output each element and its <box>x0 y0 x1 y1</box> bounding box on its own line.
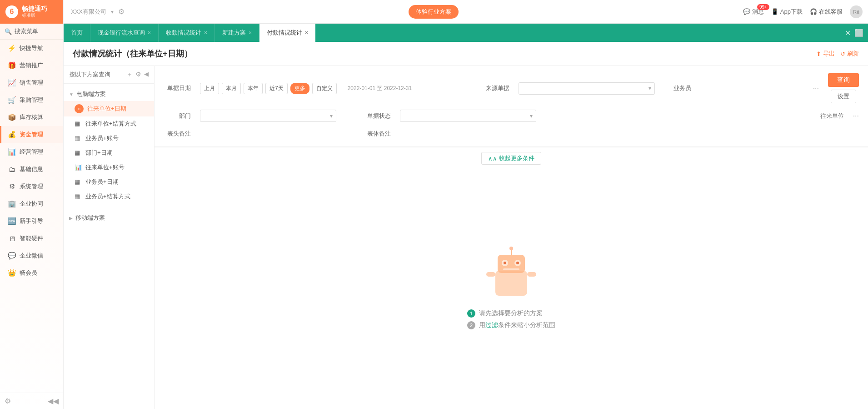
plan-icon-2: ▦ <box>75 135 82 142</box>
staff-more-button[interactable]: ··· <box>813 84 819 92</box>
sidebar-item-enterprise[interactable]: 🏢 企业协同 <box>0 195 63 212</box>
tab-bank-close[interactable]: × <box>148 30 151 36</box>
note-body-label: 表体备注 <box>364 130 391 138</box>
tab-receipt-close[interactable]: × <box>204 30 207 36</box>
plan-settings-button[interactable]: ⚙ <box>135 71 141 79</box>
sidebar-item-hardware[interactable]: 🖥 智能硬件 <box>0 230 63 247</box>
sidebar-item-guide[interactable]: 🆕 新手引导 <box>0 212 63 230</box>
tab-bank[interactable]: 现金银行流水查询 × <box>90 24 159 42</box>
export-button[interactable]: ⬆ 导出 <box>816 50 835 58</box>
sidebar-item-member[interactable]: 👑 畅会员 <box>0 264 63 282</box>
sidebar-logo: 6 畅捷通巧 标准版 <box>0 0 63 24</box>
collapse-area: ∧∧ 收起更多条件 <box>155 147 868 169</box>
topbar-arrow: ▾ <box>111 9 114 15</box>
message-badge: 99+ <box>757 4 769 10</box>
basic-icon: 🗂 <box>8 165 16 173</box>
partner-label: 往来单位 <box>817 112 844 120</box>
sidebar-item-operation[interactable]: 📊 经营管理 <box>0 143 63 161</box>
mobile-group-title[interactable]: ▶ 移动端方案 <box>64 211 154 225</box>
date-btn-last-month[interactable]: 上月 <box>200 83 219 94</box>
tree-item-partner-date[interactable]: ○ 往来单位+日期 <box>64 101 154 116</box>
export-icon: ⬆ <box>816 50 821 57</box>
mobile-arrow: ▶ <box>69 216 73 221</box>
window-close-button[interactable]: ✕ <box>845 29 851 37</box>
topbar-gear-icon[interactable]: ⚙ <box>118 7 125 16</box>
desktop-group-title[interactable]: ▼ 电脑端方案 <box>64 87 154 101</box>
search-menu[interactable]: 🔍 搜索菜单 <box>0 24 63 40</box>
filter-area: 单据日期 上月 本月 本年 近7天 更多 自定义 2022-01-01 至 20… <box>155 66 868 147</box>
add-plan-button[interactable]: ＋ <box>126 71 133 79</box>
sidebar-item-marketing[interactable]: 🎁 营销推广 <box>0 57 63 74</box>
filter-settings-button[interactable]: 设置 <box>831 90 856 103</box>
svg-point-8 <box>509 247 513 250</box>
window-maximize-button[interactable]: ⬜ <box>854 29 863 37</box>
sidebar-item-system[interactable]: ⚙ 系统管理 <box>0 178 63 195</box>
date-btn-custom[interactable]: 自定义 <box>312 83 337 94</box>
tabbar: 首页 现金银行流水查询 × 收款情况统计 × 新建方案 × 付款情况统计 × ✕… <box>64 24 868 42</box>
note-head-label: 表头备注 <box>164 130 191 138</box>
mobile-group: ▶ 移动端方案 <box>64 207 154 228</box>
dept-select-wrap: ▾ <box>200 110 336 122</box>
sidebar-item-wechat[interactable]: 💬 企业微信 <box>0 247 63 264</box>
tree-item-staff-date[interactable]: ▦ 业务员+日期 <box>64 175 154 189</box>
hardware-icon: 🖥 <box>8 234 16 242</box>
app-download-button[interactable]: 📱 App下载 <box>771 8 803 16</box>
source-select-wrap: ▾ <box>519 82 655 95</box>
page-title: 付款情况统计（往来单位+日期） <box>73 48 192 59</box>
message-button[interactable]: 💬 消息 99+ <box>743 8 764 16</box>
sidebar-item-basic[interactable]: 🗂 基础信息 <box>0 161 63 178</box>
filter-row-3: 表头备注 表体备注 <box>164 128 859 139</box>
date-btn-this-month[interactable]: 本月 <box>222 83 241 94</box>
tab-new-plan[interactable]: 新建方案 × <box>215 24 259 42</box>
dept-input[interactable] <box>200 110 336 122</box>
sidebar: 6 畅捷通巧 标准版 🔍 搜索菜单 ⚡ 快捷导航 🎁 营销推广 📈 销售管理 🛒… <box>0 0 64 409</box>
sidebar-item-finance[interactable]: 💰 资金管理 <box>0 126 63 143</box>
sidebar-item-sales[interactable]: 📈 销售管理 <box>0 74 63 91</box>
note-body-input[interactable] <box>400 128 527 139</box>
tab-payment-stat[interactable]: 付款情况统计 × <box>259 24 315 42</box>
partner-more-button[interactable]: ··· <box>853 112 859 120</box>
tab-receipt-stat[interactable]: 收款情况统计 × <box>159 24 215 42</box>
avatar[interactable]: Rit <box>850 5 863 18</box>
tree-item-dept-date[interactable]: ▦ 部门+日期 <box>64 146 154 160</box>
date-btn-this-year[interactable]: 本年 <box>244 83 263 94</box>
collapse-icon: ∧∧ <box>488 155 497 162</box>
sidebar-item-purchase[interactable]: 🛒 采购管理 <box>0 91 63 109</box>
footer-settings-icon[interactable]: ⚙ <box>5 397 11 405</box>
sidebar-collapse-icon[interactable]: ◀◀ <box>48 397 59 405</box>
search-icon: 🔍 <box>5 28 12 35</box>
tab-payment-stat-close[interactable]: × <box>305 30 308 36</box>
finance-icon: 💰 <box>8 131 16 139</box>
tree-item-partner-account[interactable]: 📊 往来单位+账号 <box>64 160 154 175</box>
online-service-button[interactable]: 🎧 在线客服 <box>810 8 843 16</box>
tree-item-staff-settlement[interactable]: ▦ 业务员+结算方式 <box>64 189 154 204</box>
status-label: 单据状态 <box>364 112 391 120</box>
content-body: 按以下方案查询 ＋ ⚙ ◀ ▼ 电脑端方案 ○ 往来单位+日期 <box>64 66 868 409</box>
tab-home[interactable]: 首页 <box>64 24 90 42</box>
sidebar-item-quick-nav[interactable]: ⚡ 快捷导航 <box>0 40 63 57</box>
note-head-input[interactable] <box>200 128 327 139</box>
svg-rect-6 <box>503 268 519 270</box>
query-button[interactable]: 查询 <box>828 73 859 87</box>
sales-icon: 📈 <box>8 79 16 87</box>
source-input[interactable] <box>519 82 655 95</box>
tree-item-staff-account[interactable]: ▦ 业务员+账号 <box>64 131 154 146</box>
trial-button[interactable]: 体验行业方案 <box>409 5 459 19</box>
logo-icon: 6 <box>5 5 18 18</box>
robot-illustration <box>484 246 539 300</box>
date-btn-7days[interactable]: 近7天 <box>265 83 288 94</box>
sidebar-nav: ⚡ 快捷导航 🎁 营销推广 📈 销售管理 🛒 采购管理 📦 库存核算 💰 资金管… <box>0 40 63 393</box>
query-actions: 查询 设置 <box>828 73 859 103</box>
refresh-button[interactable]: ↺ 刷新 <box>840 50 859 58</box>
refresh-icon: ↺ <box>840 50 845 57</box>
app-icon: 📱 <box>771 8 778 15</box>
tab-new-plan-close[interactable]: × <box>249 30 252 36</box>
tree-item-partner-settlement[interactable]: ▦ 往来单位+结算方式 <box>64 116 154 131</box>
main-area: XXX有限公司 ▾ ⚙ 体验行业方案 💬 消息 99+ 📱 App下载 🎧 在线… <box>64 0 868 409</box>
date-btn-more[interactable]: 更多 <box>290 83 309 94</box>
status-input[interactable] <box>400 110 536 122</box>
panel-collapse-button[interactable]: ◀ <box>144 71 149 79</box>
collapse-conditions-button[interactable]: ∧∧ 收起更多条件 <box>481 152 541 165</box>
sidebar-item-inventory[interactable]: 📦 库存核算 <box>0 109 63 126</box>
status-select-wrap: ▾ <box>400 110 536 122</box>
